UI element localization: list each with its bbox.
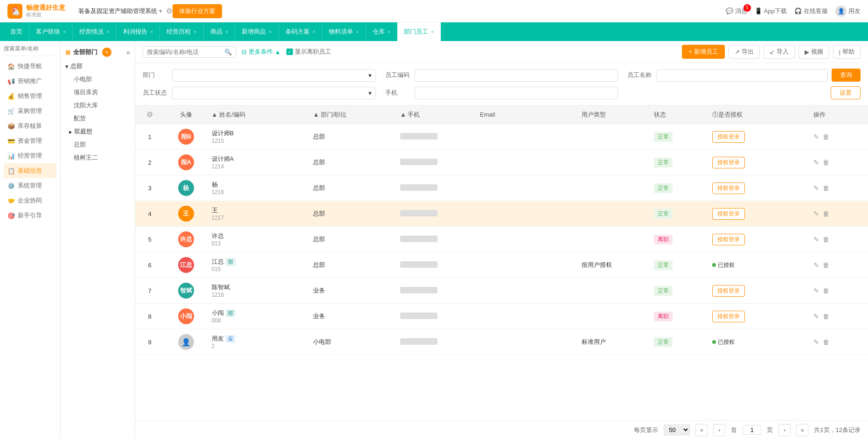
- dept-panel: ⊞ 全部部门 ✎ « ▾ 总部 小电部 项目库房 沈阳大库 配货 ▸ 双庭想 总…: [61, 41, 135, 439]
- nav-item-profit[interactable]: 利润报告 ×: [117, 22, 160, 41]
- edit-button[interactable]: ✎: [813, 287, 819, 294]
- nav-item-operations[interactable]: 经营情况 ×: [73, 22, 116, 41]
- col-settings[interactable]: ⚙: [135, 105, 164, 124]
- nav-item-bom[interactable]: 物料清单 ×: [322, 22, 366, 41]
- employee-status-select[interactable]: ▾: [172, 87, 376, 99]
- nav-item-goods[interactable]: 商品 ×: [204, 22, 235, 41]
- trial-button[interactable]: 体验行业方案: [173, 4, 222, 18]
- arrow-down-icon: ▾: [65, 63, 69, 70]
- help-button[interactable]: | 帮助: [833, 45, 861, 59]
- delete-button[interactable]: 🗑: [823, 236, 829, 243]
- employee-code-input[interactable]: [415, 69, 618, 82]
- auth-login-button[interactable]: 授权登录: [712, 234, 745, 245]
- auth-login-button[interactable]: 授权登录: [712, 208, 745, 220]
- add-employee-button[interactable]: + 新增员工: [682, 45, 724, 59]
- sidebar-item-marketing[interactable]: 📢 营销推广: [4, 74, 56, 89]
- nav-item-history[interactable]: 经营历程 ×: [160, 22, 203, 41]
- delete-button[interactable]: 🗑: [823, 261, 829, 269]
- delete-button[interactable]: 🗑: [823, 338, 829, 346]
- dept-tree-item-zongbu[interactable]: 总部: [61, 138, 135, 151]
- dept-tree-item-headquarter[interactable]: ▾ 总部: [61, 60, 135, 73]
- nav-item-add-goods[interactable]: 新增商品 ×: [235, 22, 278, 41]
- dept-collapse-button[interactable]: «: [126, 49, 130, 56]
- dept-tree-item-shenyang[interactable]: 沈阳大库: [61, 99, 135, 112]
- edit-button[interactable]: ✎: [813, 261, 819, 269]
- edit-button[interactable]: ✎: [813, 184, 819, 192]
- nav-item-customers[interactable]: 客户联络 ×: [29, 22, 73, 41]
- auth-login-button[interactable]: 授权登录: [712, 285, 745, 297]
- first-page-button[interactable]: «: [695, 424, 708, 436]
- edit-button[interactable]: ✎: [813, 133, 819, 140]
- col-phone[interactable]: ▲ 手机: [396, 105, 476, 124]
- granted-dot: [712, 263, 716, 267]
- delete-button[interactable]: 🗑: [823, 184, 829, 192]
- next-page-button[interactable]: ›: [778, 424, 791, 436]
- row-auth: 授权登录: [708, 175, 810, 201]
- delete-button[interactable]: 🗑: [823, 210, 829, 217]
- sidebar-item-guide[interactable]: 🎯 新手引导: [4, 208, 56, 223]
- settings-icon[interactable]: ⚙: [166, 7, 173, 15]
- dept-tree-item-xiaodian[interactable]: 小电部: [61, 73, 135, 86]
- edit-button[interactable]: ✎: [813, 210, 819, 217]
- sidebar-item-system[interactable]: ⚙️ 系统管理: [4, 178, 56, 193]
- sidebar-item-basic[interactable]: 📋 基础信息: [4, 163, 56, 178]
- row-name-code: 王1217: [208, 201, 310, 227]
- delete-button[interactable]: 🗑: [823, 159, 829, 166]
- view-button[interactable]: ▶ 视频: [799, 45, 829, 59]
- guide-icon: 🎯: [7, 212, 15, 219]
- sidebar-item-sales[interactable]: 💰 销售管理: [4, 89, 56, 104]
- col-status: 状态: [650, 105, 708, 124]
- edit-button[interactable]: ✎: [813, 236, 819, 243]
- edit-button[interactable]: ✎: [813, 159, 819, 166]
- import-button[interactable]: ↙ 导入: [764, 45, 795, 59]
- page-input[interactable]: [743, 425, 761, 435]
- prev-page-button[interactable]: ‹: [713, 424, 725, 436]
- edit-button[interactable]: ✎: [813, 338, 819, 346]
- message-action[interactable]: 💬 消息 5: [726, 7, 747, 15]
- auth-login-button[interactable]: 授权登录: [712, 157, 745, 168]
- dept-filter-select[interactable]: ▾: [172, 69, 376, 82]
- import-icon: ↙: [770, 49, 775, 56]
- auth-login-button[interactable]: 授权登录: [712, 311, 745, 322]
- col-name-code[interactable]: ▲ 姓名/编码: [208, 105, 310, 124]
- sidebar-search-input[interactable]: [4, 45, 61, 52]
- sidebar-item-inventory[interactable]: 📦 库存核算: [4, 118, 56, 133]
- delete-button[interactable]: 🗑: [823, 133, 829, 140]
- sidebar-item-business[interactable]: 📊 经营管理: [4, 148, 56, 163]
- phone-input[interactable]: [415, 87, 618, 99]
- online-service-action[interactable]: 🎧 在线客服: [794, 7, 828, 15]
- col-dept-position[interactable]: ▲ 部门/职位: [309, 105, 396, 124]
- edit-button[interactable]: ✎: [813, 313, 819, 320]
- dropdown-arrow-icon[interactable]: ▾: [159, 7, 162, 14]
- search-input[interactable]: [147, 49, 222, 56]
- sidebar-item-finance[interactable]: 💳 资金管理: [4, 133, 56, 148]
- delete-button[interactable]: 🗑: [823, 313, 829, 320]
- search-icon[interactable]: 🔍: [224, 49, 232, 56]
- show-resigned-toggle[interactable]: ✓ 显示离职员工: [286, 48, 331, 56]
- set-button[interactable]: 设置: [831, 86, 861, 99]
- nav-item-employees[interactable]: 部门员工 ×: [397, 22, 441, 41]
- query-button[interactable]: 查询: [832, 69, 861, 82]
- export-button[interactable]: ↗ 导出: [729, 45, 760, 59]
- nav-item-barcode[interactable]: 条码方案 ×: [279, 22, 322, 41]
- dept-tree-item-project[interactable]: 项目库房: [61, 86, 135, 99]
- last-page-button[interactable]: »: [796, 424, 808, 436]
- sidebar-item-collab[interactable]: 🤝 企业协同: [4, 193, 56, 208]
- app-download-action[interactable]: 📱 App下载: [755, 7, 787, 15]
- delete-button[interactable]: 🗑: [823, 287, 829, 294]
- dept-edit-button[interactable]: ✎: [102, 48, 111, 57]
- sidebar-item-shortcut[interactable]: 🏠 快捷导航: [4, 59, 56, 74]
- employee-name-input[interactable]: [657, 69, 828, 82]
- sidebar-item-purchase[interactable]: 🛒 采购管理: [4, 104, 56, 118]
- dept-tree-item-distribution[interactable]: 配货: [61, 112, 135, 125]
- dept-tree-item-zhishu[interactable]: 植树王二: [61, 151, 135, 164]
- page-size-select[interactable]: 10 20 50 100: [664, 425, 690, 435]
- more-conditions-button[interactable]: ⊟ 更多条件 ▲: [242, 48, 281, 56]
- chevron-up-icon: ▲: [275, 49, 281, 56]
- nav-item-home[interactable]: 首页: [4, 22, 29, 41]
- auth-login-button[interactable]: 授权登录: [712, 182, 745, 194]
- auth-login-button[interactable]: 授权登录: [712, 131, 745, 143]
- nav-item-warehouse[interactable]: 仓库 ×: [366, 22, 397, 41]
- user-action[interactable]: 👤 用友: [835, 6, 861, 17]
- dept-tree-item-shuangting[interactable]: ▸ 双庭想: [61, 125, 135, 138]
